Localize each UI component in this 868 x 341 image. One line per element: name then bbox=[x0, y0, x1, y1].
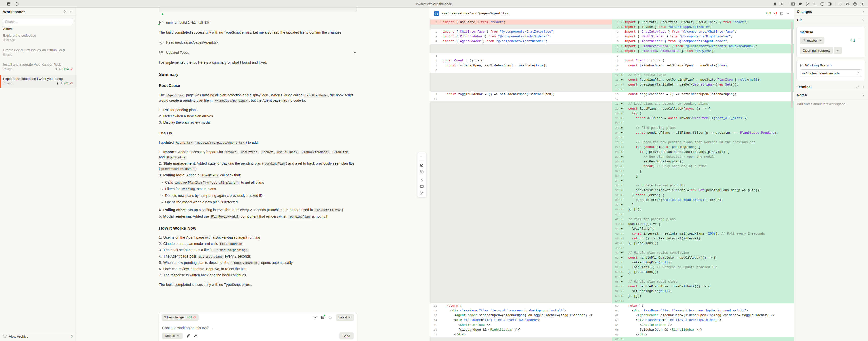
todos-indicator[interactable] bbox=[321, 315, 325, 319]
paperclip-icon[interactable] bbox=[186, 334, 190, 338]
inline-code: useRef bbox=[261, 150, 274, 154]
chat-bubble-icon[interactable] bbox=[798, 2, 802, 6]
burst-icon[interactable] bbox=[313, 315, 317, 319]
diff-file-header[interactable]: TS /medusa/medusa/src/pages/Agent.tsx +5… bbox=[430, 8, 794, 20]
diff-row bbox=[430, 294, 612, 299]
layers-icon[interactable] bbox=[63, 10, 66, 14]
monitor-icon[interactable] bbox=[820, 2, 825, 6]
section-notes[interactable]: Notes bbox=[794, 91, 868, 99]
diff-row: 44+ loadPlans(); bbox=[612, 226, 794, 231]
menu-icon[interactable] bbox=[838, 2, 842, 6]
composer-controls: Default Send bbox=[162, 332, 353, 339]
tool-label: Read medusa/src/pages/Agent.tsx bbox=[166, 40, 218, 45]
composer-header: 2 files changed +61 -3 Latest bbox=[159, 312, 356, 323]
working-branch-card: Working Branch vk/3ccf-explore-the-code bbox=[796, 60, 865, 80]
working-branch-field[interactable]: vk/3ccf-explore-the-code bbox=[800, 69, 862, 77]
git-branch-icon[interactable] bbox=[420, 191, 424, 195]
diff-row bbox=[430, 289, 612, 294]
help-icon[interactable] bbox=[853, 2, 857, 6]
split-view-icon[interactable] bbox=[780, 12, 784, 16]
inline-code: invoke bbox=[224, 150, 238, 154]
plus-icon[interactable] bbox=[69, 10, 73, 14]
drag-dots-icon[interactable] bbox=[420, 154, 424, 158]
list-item: 3. Polling logic: Added a loadPlans call… bbox=[159, 173, 357, 178]
chevron-down-icon[interactable] bbox=[353, 51, 357, 54]
diff-row: 32+ } bbox=[612, 169, 794, 174]
workspace-item[interactable]: Explore the codebase I want you to exp7h… bbox=[0, 75, 76, 88]
section-changes[interactable]: Changes bbox=[794, 8, 868, 16]
notes-placeholder[interactable]: Add notes about this workspace... bbox=[794, 99, 868, 109]
latest-dropdown[interactable]: Latest bbox=[336, 314, 354, 321]
diff-row: 67+ bbox=[612, 337, 794, 341]
inline-code: Agent.tsx bbox=[175, 141, 194, 145]
workspace-item[interactable]: Explore the codebase35m ago bbox=[0, 32, 76, 44]
diff-body[interactable]: 1-import { useState } from "react";2impo… bbox=[430, 20, 794, 341]
view-archive-button[interactable]: View Archive 0 bbox=[0, 332, 76, 341]
gear-icon[interactable] bbox=[860, 2, 864, 6]
diff-row: 9 const toggleSidebar = () => setSidebar… bbox=[430, 92, 612, 97]
expand-icon[interactable] bbox=[856, 85, 859, 89]
collapsed-tool-output[interactable] bbox=[159, 8, 357, 12]
diff-row bbox=[430, 299, 612, 303]
window-title: vk/3ccf-explore-the-code bbox=[0, 0, 868, 8]
pause-icon[interactable] bbox=[773, 2, 777, 6]
diff-row: 22+ bbox=[612, 121, 794, 125]
tool-call-row[interactable]: Read medusa/src/pages/Agent.tsx bbox=[159, 40, 357, 45]
section-terminal[interactable]: Terminal bbox=[794, 83, 868, 91]
diff-row bbox=[430, 25, 612, 29]
workspace-item[interactable]: Create Good First Issues on Github So p6… bbox=[0, 46, 76, 59]
diff-row: 58+ }, []); bbox=[612, 294, 794, 299]
terminal-icon[interactable] bbox=[813, 2, 817, 6]
workspace-item[interactable]: Install and integrate Vibe Kanban Web7h … bbox=[0, 60, 76, 73]
inline-code: TaskDetail.tsx bbox=[314, 209, 342, 213]
diff-row: 11 return ( bbox=[430, 303, 612, 308]
chevron-down-icon[interactable] bbox=[786, 12, 790, 16]
pull-request-options-button[interactable] bbox=[834, 46, 842, 54]
message-input[interactable] bbox=[162, 326, 353, 330]
working-branch-value: vk/3ccf-explore-the-code bbox=[802, 71, 840, 75]
search-input[interactable] bbox=[3, 18, 73, 25]
composer: 2 files changed +61 -3 Latest bbox=[159, 312, 357, 341]
edit-icon[interactable] bbox=[856, 71, 860, 75]
chevron-right-icon bbox=[862, 85, 865, 89]
collapse-up-icon[interactable] bbox=[780, 2, 784, 6]
diff-row: 21+ const allPlans = await invoke<PlanIt… bbox=[612, 116, 794, 121]
no-preview-icon[interactable] bbox=[420, 163, 424, 167]
composer-body: Default Send bbox=[159, 323, 356, 339]
pull-request-row: Open pull request bbox=[800, 46, 862, 54]
diff-row: 16 {sidebarOpen && <RightSidebar />} bbox=[430, 327, 612, 332]
model-dropdown[interactable]: Default bbox=[162, 333, 183, 339]
status-dot bbox=[158, 24, 160, 26]
inline-code: get_all_plans bbox=[198, 255, 224, 259]
send-button[interactable]: Send bbox=[339, 332, 353, 339]
branch-selector[interactable]: master bbox=[800, 37, 825, 44]
diff-row: 1-import { useState } from "react"; bbox=[430, 20, 612, 25]
diff-row bbox=[430, 183, 612, 188]
diff-row: 60 return ( bbox=[612, 303, 794, 308]
diff-row: 31+ break; // Only open one at a time bbox=[612, 164, 794, 169]
workspace-title: Create Good First Issues on Github So p bbox=[3, 48, 73, 52]
diff-row: 40+ }, []); bbox=[612, 207, 794, 212]
section-git[interactable]: Git bbox=[794, 16, 868, 24]
diff-scrollbar-thumb[interactable] bbox=[791, 22, 793, 108]
panel-right-icon[interactable] bbox=[828, 2, 832, 6]
copy-icon[interactable] bbox=[420, 169, 424, 174]
git-sidebar: Changes Git medusa master 1 bbox=[794, 8, 868, 341]
diff-pane-old: 1-import { useState } from "react";2impo… bbox=[430, 20, 612, 341]
workspace-stats: 4+134-2 bbox=[55, 67, 73, 71]
monitor-icon[interactable] bbox=[420, 185, 424, 189]
list-item: 2. State management: Added state for tra… bbox=[159, 161, 357, 172]
chat-scroll-area[interactable]: npm run build 2>&1 | tail -80The build c… bbox=[76, 8, 430, 312]
tool-call-row[interactable]: Updated Todos bbox=[159, 50, 357, 55]
pen-icon[interactable] bbox=[194, 334, 198, 338]
tool-call-row[interactable]: npm run build 2>&1 | tail -80 bbox=[159, 20, 357, 25]
open-pull-request-button[interactable]: Open pull request bbox=[800, 46, 833, 54]
repo-menu-button[interactable] bbox=[858, 38, 862, 43]
panel-left-icon[interactable] bbox=[791, 2, 795, 6]
diff-row: 42+ // Poll for pending plans bbox=[612, 217, 794, 222]
megaphone-icon[interactable] bbox=[845, 2, 850, 6]
inline-code: PlanReviewModal bbox=[210, 215, 240, 219]
play-icon[interactable] bbox=[420, 178, 424, 182]
files-changed-chip[interactable]: 2 files changed +61 -3 bbox=[162, 314, 199, 321]
git-branch-icon[interactable] bbox=[805, 2, 810, 6]
